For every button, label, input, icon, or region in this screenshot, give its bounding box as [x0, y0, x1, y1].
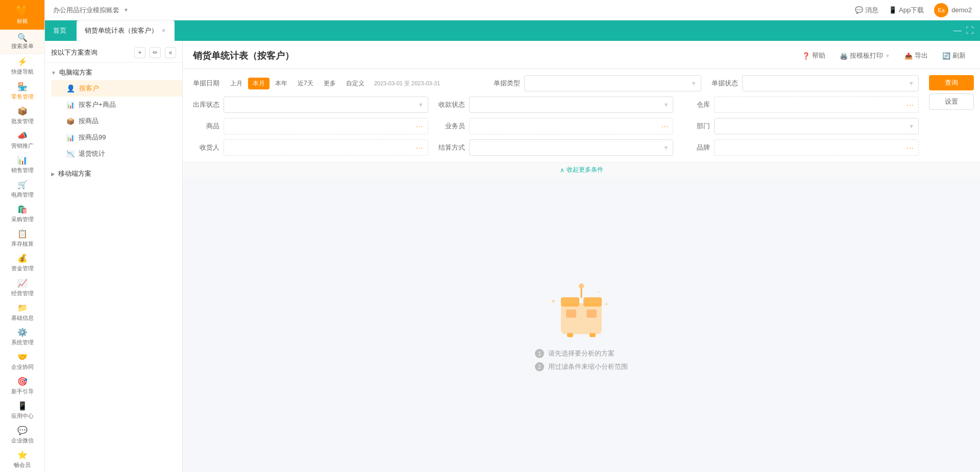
tab-bar-right: — ⛶: [953, 26, 980, 35]
tab-maximize-icon[interactable]: ⛶: [966, 26, 974, 35]
order-status-select[interactable]: ▼: [742, 75, 919, 91]
filter-item-payment: 结算方式 ▼: [438, 139, 674, 156]
sidebar-item-quick-nav[interactable]: ⚡ 快捷导航: [0, 54, 45, 79]
department-select[interactable]: ▼: [714, 118, 919, 134]
by-customer-product-label: 按客户+商品: [79, 100, 116, 109]
refresh-label: 刷新: [952, 51, 966, 60]
sidebar-item-member[interactable]: ⭐ 畅会员: [0, 447, 45, 472]
app-logo[interactable]: 🧡 标账: [0, 0, 45, 30]
last-month-label: 上月: [230, 80, 242, 87]
app-download-btn[interactable]: 📱 App下载: [889, 6, 924, 15]
content-area: 按以下方案查询 + ✏ « ▼ 电脑端方案: [45, 41, 980, 472]
export-btn[interactable]: 📤 导出: [900, 49, 932, 62]
tab-minimize-icon[interactable]: —: [953, 26, 962, 35]
sidebar-item-operations[interactable]: 📈 经营管理: [0, 275, 45, 300]
message-btn[interactable]: 💬 消息: [855, 6, 878, 15]
workspace-dropdown-icon[interactable]: ▼: [124, 7, 129, 13]
last-7-label: 近7天: [298, 80, 313, 87]
date-tab-this-month[interactable]: 本月: [248, 78, 270, 89]
collapse-bar[interactable]: ∧ 收起更多条件: [183, 162, 980, 177]
sidebar-item-ecommerce[interactable]: 🛒 电商管理: [0, 177, 45, 202]
search-menu-item[interactable]: 🔍 搜索菜单: [0, 30, 45, 54]
date-tab-more[interactable]: 更多: [319, 78, 340, 89]
sidebar-item-marketing[interactable]: 📣 营销推广: [0, 128, 45, 152]
schema-item-by-product[interactable]: 📦 按商品: [51, 113, 182, 129]
sidebar-item-newguide[interactable]: 🎯 新手引导: [0, 374, 45, 398]
setting-button[interactable]: 设置: [929, 93, 974, 110]
schema-group-mobile-header[interactable]: ▶ 移动端方案: [45, 166, 182, 181]
filter-main: 单据日期 上月 本月 本年: [183, 69, 929, 162]
out-status-label: 出库状态: [193, 100, 224, 109]
by-customer-label: 按客户: [79, 84, 99, 93]
filter-item-order-type: 单据类型 ▼: [494, 75, 701, 91]
operations-icon: 📈: [17, 278, 28, 288]
by-product-icon: 📦: [66, 117, 75, 125]
department-chevron: ▼: [909, 123, 914, 129]
workspace-name: 办公用品行业模拟账套: [53, 6, 119, 15]
help-btn[interactable]: ❓ 帮助: [798, 49, 829, 62]
date-tab-custom[interactable]: 自定义: [341, 78, 369, 89]
date-tab-this-year[interactable]: 本年: [271, 78, 292, 89]
refresh-btn[interactable]: 🔄 刷新: [938, 49, 970, 62]
tab-close-icon[interactable]: ×: [161, 26, 166, 35]
add-schema-btn[interactable]: +: [134, 47, 145, 58]
edit-schema-btn[interactable]: ✏: [150, 47, 161, 58]
warehouse-input[interactable]: ···: [714, 97, 919, 113]
filter-item-out-status: 出库状态 ▼: [193, 97, 428, 113]
top-bar-right: 💬 消息 📱 App下载 Ea demo2: [855, 3, 972, 17]
sidebar-item-enterprise[interactable]: 🤝 企业协同: [0, 349, 45, 373]
sidebar-item-appcenter[interactable]: 📱 应用中心: [0, 398, 45, 423]
svg-rect-8: [590, 333, 596, 337]
query-button[interactable]: 查询: [929, 75, 974, 90]
filter-section: 单据日期 上月 本月 本年: [183, 69, 980, 162]
svg-text:✦: ✦: [551, 298, 556, 305]
sidebar-item-basic[interactable]: 📁 基础信息: [0, 300, 45, 324]
sidebar-item-retail[interactable]: 🏪 零售管理: [0, 79, 45, 103]
user-info[interactable]: Ea demo2: [934, 3, 972, 17]
ecommerce-label: 电商管理: [11, 191, 34, 199]
filter-item-brand: 品牌 ···: [683, 139, 919, 156]
sidebar-item-inventory[interactable]: 📋 库存核算: [0, 226, 45, 251]
sidebar-item-wholesale[interactable]: 📦 批发管理: [0, 103, 45, 128]
sidebar-item-sales[interactable]: 📊 销售管理: [0, 152, 45, 177]
product-label: 商品: [193, 122, 224, 131]
empty-hints: 1 请先选择要分析的方案 2 用过滤条件来缩小分析范围: [535, 349, 628, 371]
order-type-select[interactable]: ▼: [524, 75, 701, 91]
newguide-icon: 🎯: [17, 376, 28, 386]
sidebar-item-finance[interactable]: 💰 资金管理: [0, 251, 45, 275]
message-label: 消息: [865, 6, 878, 15]
salesperson-input[interactable]: ···: [469, 118, 674, 134]
out-status-select[interactable]: ▼: [224, 97, 428, 113]
collect-status-select[interactable]: ▼: [469, 97, 674, 113]
date-tab-last-month[interactable]: 上月: [226, 78, 247, 89]
left-panel-actions: + ✏ «: [134, 47, 176, 58]
collapse-panel-btn[interactable]: «: [165, 47, 176, 58]
schema-item-by-customer[interactable]: 👤 按客户: [51, 80, 182, 97]
sidebar-item-purchase[interactable]: 🛍️ 采购管理: [0, 202, 45, 226]
payment-select[interactable]: ▼: [469, 139, 674, 156]
sidebar-item-system[interactable]: ⚙️ 系统管理: [0, 324, 45, 349]
tab-home[interactable]: 首页: [45, 20, 75, 41]
empty-illustration: ✦ ✦ ✦: [546, 278, 617, 341]
more-label: 更多: [324, 80, 336, 87]
member-label: 畅会员: [14, 461, 31, 469]
basic-label: 基础信息: [11, 314, 34, 322]
filter-item-warehouse: 仓库 ···: [683, 97, 919, 113]
brand-input[interactable]: ···: [714, 139, 919, 156]
quick-nav-label: 快捷导航: [11, 68, 34, 76]
schema-group-mobile: ▶ 移动端方案: [45, 164, 182, 183]
product-input[interactable]: ···: [224, 118, 428, 134]
print-btn[interactable]: 🖨️ 按模板打印 ▼: [836, 49, 894, 62]
schema-item-return-stats[interactable]: 📉 退货统计: [51, 146, 182, 162]
order-status-chevron: ▼: [909, 80, 914, 86]
enterprise-icon: 🤝: [17, 352, 28, 362]
filter-row-2: 出库状态 ▼ 收款状态 ▼: [193, 97, 919, 113]
sidebar-item-wechat[interactable]: 💬 企业微信: [0, 423, 45, 447]
schema-group-desktop: ▼ 电脑端方案 👤 按客户 📊 按客户+商品 📦 按商品: [45, 63, 182, 164]
schema-item-by-product-99[interactable]: 📊 按商品99: [51, 129, 182, 146]
receiver-input[interactable]: ···: [224, 139, 428, 156]
date-tab-last-7[interactable]: 近7天: [293, 78, 318, 89]
schema-item-by-customer-product[interactable]: 📊 按客户+商品: [51, 97, 182, 113]
schema-group-desktop-header[interactable]: ▼ 电脑端方案: [45, 65, 182, 80]
tab-active[interactable]: 销货单统计表（按客户） ×: [77, 20, 175, 41]
